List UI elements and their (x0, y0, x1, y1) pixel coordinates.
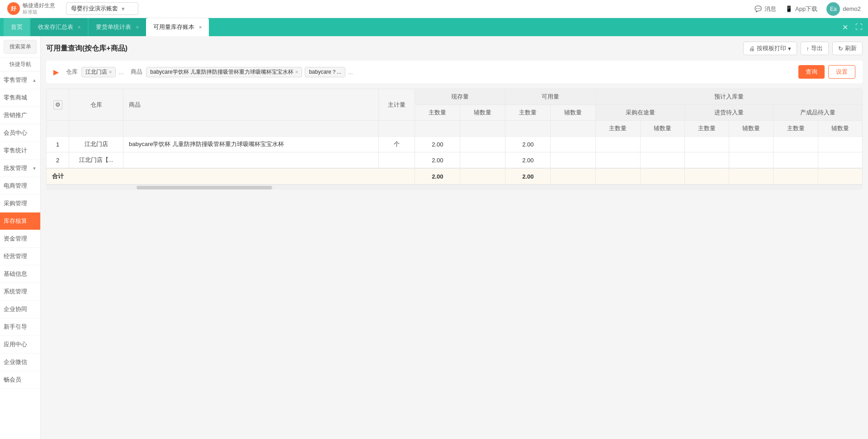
sidebar-item-system[interactable]: 系统管理 (0, 283, 40, 301)
username: demo2 (843, 5, 861, 12)
sidebar-item-operations-label: 经营管理 (4, 252, 27, 260)
close-tab-order-stats[interactable]: × (136, 24, 138, 30)
tab-order-stats[interactable]: 要货单统计表 × (89, 18, 146, 36)
enterprise-selector[interactable]: 母婴行业演示账套 ▾ (66, 2, 138, 15)
sidebar-item-operations[interactable]: 经营管理 (0, 248, 40, 265)
cell-warehouse: 江北门店【... (69, 152, 123, 169)
top-bar-left: 好 畅捷通好生意 标准版 母婴行业演示账套 ▾ (7, 2, 138, 15)
refresh-icon: ↻ (838, 45, 843, 52)
cell-incoming-sub (729, 137, 774, 152)
cell-product: babycare学饮杯 儿童防摔防撞吸管杯重力球吸嘴杯宝宝水杯 (123, 137, 379, 152)
remove-product-tag-1[interactable]: × (295, 69, 298, 75)
bottom-scrollbar[interactable] (46, 184, 863, 190)
sidebar-item-retail-stats[interactable]: 零售统计 (0, 142, 40, 160)
page-actions: 🖨 按模板打印 ▾ ↑ 导出 ↻ 刷新 (743, 42, 863, 55)
sidebar-item-newbie[interactable]: 新手引导 (0, 318, 40, 336)
cell-unit (379, 152, 415, 169)
th-avail-main: 主数量 (505, 105, 551, 121)
query-btn[interactable]: 查询 (798, 65, 825, 79)
print-label: 按模板打印 (757, 44, 786, 52)
tab-available-stock[interactable]: 可用量库存账本 × (146, 18, 209, 36)
product-filter-label: 商品 (131, 68, 142, 76)
cell-stock-main: 2.00 (415, 137, 460, 152)
warehouse-tag: 江北门店 × (81, 67, 116, 77)
sidebar-item-member[interactable]: 会员中心 (0, 124, 40, 142)
user-area[interactable]: Ea demo2 (826, 2, 861, 16)
sidebar-item-wechat[interactable]: 企业微信 (0, 354, 40, 371)
sidebar-item-retail-mall[interactable]: 零售商城 (0, 89, 40, 107)
sidebar-item-purchase[interactable]: 采购管理 (0, 195, 40, 212)
message-label: 消息 (764, 5, 776, 13)
app-download-label: App下载 (795, 5, 817, 13)
printer-icon: 🖨 (749, 45, 755, 52)
sidebar-item-ecommerce[interactable]: 电商管理 (0, 177, 40, 195)
tab-receipts-label: 收发存汇总表 (38, 23, 73, 31)
warehouse-more-icon[interactable]: ... (118, 69, 123, 76)
sidebar-item-retail-stats-label: 零售统计 (4, 146, 27, 155)
table-settings-icon[interactable]: ⚙ (53, 100, 62, 109)
th-product: 商品 (123, 89, 379, 121)
sidebar-item-enterprise[interactable]: 企业协同 (0, 301, 40, 318)
table-body: 1 江北门店 babycare学饮杯 儿童防摔防撞吸管杯重力球吸嘴杯宝宝水杯 个… (47, 137, 863, 169)
sidebar-item-inventory-label: 库存核算 (4, 217, 27, 225)
print-template-btn[interactable]: 🖨 按模板打印 ▾ (743, 42, 797, 55)
th-stock-group: 现存量 (415, 89, 505, 105)
th-empty6 (460, 121, 505, 137)
total-stock-sub (460, 168, 505, 184)
remove-warehouse-tag[interactable]: × (109, 69, 112, 75)
th-avail-sub: 辅数量 (551, 105, 596, 121)
cell-stock-sub (460, 152, 505, 169)
sidebar-item-wechat-label: 企业微信 (4, 358, 27, 366)
cell-purchase-main (596, 152, 640, 169)
cell-incoming-main (684, 152, 729, 169)
sidebar-item-marketing[interactable]: 营销推广 (0, 107, 40, 124)
th-avail-group: 可用量 (505, 89, 596, 105)
search-menu-btn[interactable]: 搜索菜单 (4, 40, 37, 54)
th-unit: 主计量 (379, 89, 415, 121)
sidebar-item-member-label: 会员中心 (4, 129, 27, 137)
chevron-down-icon: ▾ (122, 5, 125, 12)
close-tab-receipts[interactable]: × (78, 24, 80, 30)
nav-tabs-right: ✕ ⛶ (840, 18, 864, 36)
sidebar-item-retail-mgmt[interactable]: 零售管理 ▲ (0, 71, 40, 89)
th-empty1 (47, 121, 69, 137)
total-production-main (774, 168, 818, 184)
total-avail-main: 2.00 (505, 168, 551, 184)
app-icon: 📱 (785, 5, 793, 12)
logo-text: 畅捷通好生意 (23, 2, 55, 9)
nav-tabs: 首页 收发存汇总表 × 要货单统计表 × 可用量库存账本 × ✕ ⛶ (0, 18, 868, 36)
export-btn[interactable]: ↑ 导出 (801, 42, 829, 55)
sidebar-item-member2[interactable]: 畅会员 (0, 371, 40, 389)
tab-home[interactable]: 首页 (4, 18, 30, 36)
sidebar-item-basic-info[interactable]: 基础信息 (0, 265, 40, 283)
quick-nav-btn[interactable]: 快捷导航 (0, 58, 40, 71)
product-tag-2-text: babycare？... (309, 68, 341, 76)
data-table: ⚙ 仓库 商品 主计量 现存量 可用量 预计入库量 主数量 辅数量 (46, 89, 863, 184)
product-filter-group: 商品 babycare学饮杯 儿童防摔防撞吸管杯重力球吸嘴杯宝宝水杯 × bab… (131, 67, 353, 77)
sidebar-item-wholesale[interactable]: 批发管理 ▼ (0, 160, 40, 177)
sidebar-item-app-center[interactable]: 应用中心 (0, 336, 40, 354)
cell-incoming-main (684, 137, 729, 152)
logo-subtext: 标准版 (23, 9, 55, 15)
settings-btn[interactable]: 设置 (828, 65, 855, 79)
expand-icon[interactable]: ⛶ (854, 21, 864, 33)
total-production-sub (818, 168, 862, 184)
tab-receipts[interactable]: 收发存汇总表 × (31, 18, 88, 36)
product-tags: babycare学饮杯 儿童防摔防撞吸管杯重力球吸嘴杯宝宝水杯 × babyca… (146, 67, 353, 77)
message-btn[interactable]: 💬 消息 (755, 5, 776, 13)
cell-incoming-sub (729, 152, 774, 169)
close-all-tabs-icon[interactable]: ✕ (840, 21, 850, 33)
refresh-btn[interactable]: ↻ 刷新 (832, 42, 863, 55)
close-tab-available-stock[interactable]: × (199, 24, 202, 30)
filter-actions: 查询 设置 (798, 65, 855, 79)
filter-toggle-btn[interactable]: ▶ (53, 68, 59, 76)
app-download-btn[interactable]: 📱 App下载 (785, 5, 817, 13)
scroll-thumb[interactable] (137, 186, 272, 189)
th-production-main: 主数量 (774, 121, 818, 137)
sidebar-item-finance[interactable]: 资金管理 (0, 230, 40, 248)
sidebar-search: 搜索菜单 (0, 36, 40, 58)
product-more-icon[interactable]: ... (348, 69, 353, 76)
sidebar-item-basic-info-label: 基础信息 (4, 270, 27, 278)
warehouse-filter-label: 仓库 (66, 68, 78, 76)
sidebar-item-inventory[interactable]: 库存核算 (0, 212, 40, 230)
